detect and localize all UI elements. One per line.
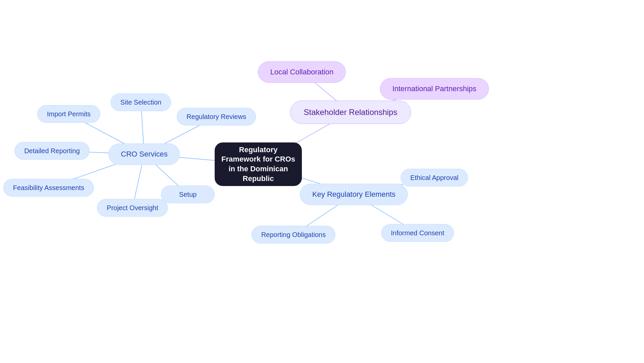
local-collaboration-node[interactable]: Local Collaboration	[258, 61, 346, 83]
project-oversight-node[interactable]: Project Oversight	[97, 199, 168, 217]
ethical-approval-node[interactable]: Ethical Approval	[400, 169, 468, 187]
connection-lines	[0, 0, 644, 363]
key-regulatory-elements-node[interactable]: Key Regulatory Elements	[300, 184, 408, 205]
regulatory-reviews-node[interactable]: Regulatory Reviews	[177, 108, 256, 126]
center-node[interactable]: Regulatory Framework for CROs in the Dom…	[215, 142, 302, 186]
informed-consent-node[interactable]: Informed Consent	[381, 224, 454, 242]
mindmap-container: Regulatory Framework for CROs in the Dom…	[0, 0, 644, 363]
setup-node[interactable]: Setup	[161, 186, 215, 203]
import-permits-node[interactable]: Import Permits	[37, 105, 100, 123]
reporting-obligations-node[interactable]: Reporting Obligations	[252, 226, 335, 244]
feasibility-assessments-node[interactable]: Feasibility Assessments	[3, 179, 94, 197]
stakeholder-relationships-node[interactable]: Stakeholder Relationships	[290, 101, 411, 124]
detailed-reporting-node[interactable]: Detailed Reporting	[14, 142, 90, 160]
cro-services-node[interactable]: CRO Services	[108, 143, 180, 165]
site-selection-node[interactable]: Site Selection	[111, 94, 171, 111]
international-partnerships-node[interactable]: International Partnerships	[380, 78, 489, 100]
